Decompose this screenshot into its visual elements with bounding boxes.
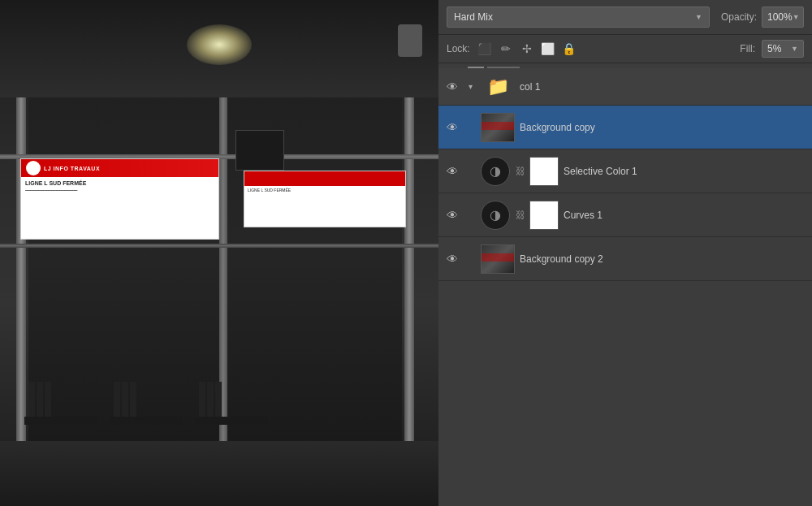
lock-position[interactable]: ✢ xyxy=(519,41,535,57)
layer-bg-copy-2[interactable]: 👁 Background copy 2 xyxy=(438,237,812,281)
fill-select[interactable]: 5% ▼ xyxy=(762,40,804,58)
opacity-select[interactable]: 100% ▼ xyxy=(762,6,804,28)
layer-name-curves: Curves 1 xyxy=(564,210,806,221)
blend-mode-label: Hard Mix xyxy=(454,11,493,23)
layer-group-col1[interactable]: 👁 ▾ 📁 col 1 xyxy=(438,68,812,106)
eye-visibility-bg-copy-2[interactable]: 👁 xyxy=(445,252,460,266)
fill-label: Fill: xyxy=(740,43,755,54)
eye-visibility-bg-copy[interactable]: 👁 xyxy=(445,120,460,135)
eye-visibility-col1[interactable]: 👁 xyxy=(445,80,460,94)
layer-name-bg-copy-2: Background copy 2 xyxy=(520,253,806,265)
layer-curves-1[interactable]: 👁 ◑ ⛓ Curves 1 xyxy=(438,193,812,237)
opacity-label: Opacity: xyxy=(721,11,757,23)
expand-col1[interactable]: ▾ xyxy=(464,81,476,93)
fill-value-text: 5% xyxy=(767,43,781,54)
eye-visibility-curves[interactable]: 👁 xyxy=(445,208,460,223)
eye-visibility-selective-color[interactable]: 👁 xyxy=(445,164,460,179)
layers-panel: Hard Mix ▼ Opacity: 100% ▼ Lock: ⬛ ✏ ✢ ⬜… xyxy=(438,0,812,506)
mask-thumbnail-curves xyxy=(529,201,559,230)
info-sign-main: LJ INFO TRAVAUX LIGNE L SUD FERMÉE ━━━━━… xyxy=(20,158,219,240)
lock-transparent-pixels[interactable]: ⬛ xyxy=(477,41,493,57)
fill-caret: ▼ xyxy=(791,45,798,53)
lock-artboard[interactable]: ⬜ xyxy=(540,41,556,57)
layer-selective-color-1[interactable]: 👁 ◑ ⛓ Selective Color 1 xyxy=(438,149,812,193)
layer-name-bg-copy: Background copy xyxy=(520,122,806,133)
mask-thumbnail-selective-color xyxy=(529,157,559,186)
chain-icon-curves: ⛓ xyxy=(515,210,526,221)
small-sign xyxy=(235,130,284,171)
layer-bg-copy[interactable]: 👁 Background copy xyxy=(438,106,812,149)
layers-list[interactable]: 👁 ▾ 📁 col 1 👁 Background copy 👁 ◑ ⛓ Sele… xyxy=(438,68,812,506)
opacity-caret: ▼ xyxy=(793,13,800,21)
info-sign-secondary: LIGNE L SUD FERMÉE xyxy=(244,171,406,227)
adj-icon-curves: ◑ xyxy=(481,201,510,230)
lock-image-pixels[interactable]: ✏ xyxy=(498,41,514,57)
folder-thumbnail-col1: 📁 xyxy=(481,72,515,102)
lock-fill-row: Lock: ⬛ ✏ ✢ ⬜ 🔒 Fill: 5% ▼ xyxy=(438,35,812,63)
chain-icon-selective-color: ⛓ xyxy=(515,166,526,177)
adj-icon-selective-color: ◑ xyxy=(481,157,510,186)
opacity-value-text: 100% xyxy=(767,11,793,23)
blend-mode-select[interactable]: Hard Mix ▼ xyxy=(447,6,710,28)
lock-all[interactable]: 🔒 xyxy=(561,41,577,57)
blend-mode-caret: ▼ xyxy=(695,13,702,21)
layer-name-col1: col 1 xyxy=(520,81,806,93)
thumbnail-bg-copy-2 xyxy=(481,244,515,274)
lock-icons-group: ⬛ ✏ ✢ ⬜ 🔒 xyxy=(477,41,577,57)
layer-name-selective-color: Selective Color 1 xyxy=(564,166,806,177)
lock-label: Lock: xyxy=(447,43,470,54)
canvas-area: LJ INFO TRAVAUX LIGNE L SUD FERMÉE ━━━━━… xyxy=(0,0,438,506)
bench-area xyxy=(24,344,276,441)
blend-opacity-row: Hard Mix ▼ Opacity: 100% ▼ xyxy=(438,0,812,35)
thumbnail-bg-copy xyxy=(481,113,515,142)
